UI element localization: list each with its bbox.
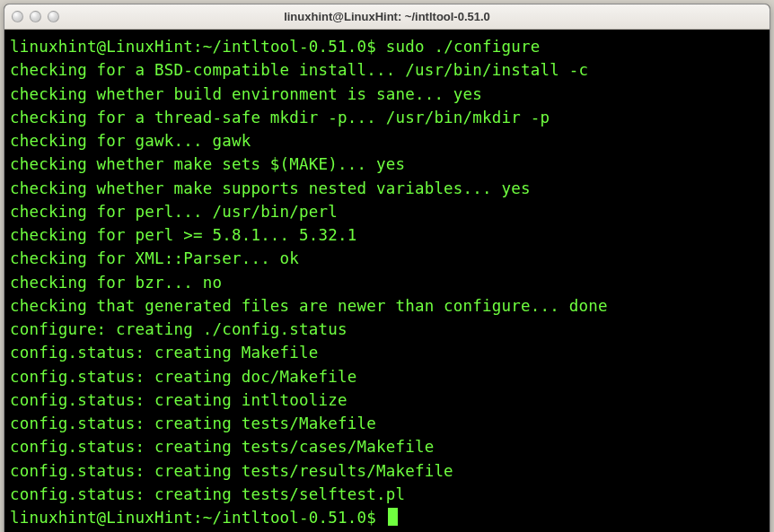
window-title: linuxhint@LinuxHint: ~/intltool-0.51.0 bbox=[4, 10, 770, 23]
prompt-userhost: linuxhint@LinuxHint bbox=[10, 509, 193, 527]
prompt-userhost: linuxhint@LinuxHint bbox=[10, 38, 193, 56]
prompt-line: linuxhint@LinuxHint:~/intltool-0.51.0$ s… bbox=[10, 35, 764, 58]
terminal-window: linuxhint@LinuxHint: ~/intltool-0.51.0 l… bbox=[4, 4, 770, 532]
output-line: config.status: creating doc/Makefile bbox=[10, 365, 764, 388]
output-line: checking whether make supports nested va… bbox=[10, 177, 764, 200]
command-text: sudo ./configure bbox=[386, 38, 541, 56]
close-icon[interactable] bbox=[12, 11, 23, 22]
prompt-sigil: $ bbox=[366, 38, 376, 56]
output-line: config.status: creating tests/results/Ma… bbox=[10, 459, 764, 483]
cursor-icon bbox=[388, 508, 398, 526]
prompt-sep: : bbox=[193, 38, 203, 56]
output-line: config.status: creating tests/selftest.p… bbox=[10, 483, 764, 506]
terminal-body[interactable]: linuxhint@LinuxHint:~/intltool-0.51.0$ s… bbox=[4, 30, 770, 532]
output-line: checking for bzr... no bbox=[10, 271, 764, 294]
output-line: checking for XML::Parser... ok bbox=[10, 247, 764, 270]
prompt-path: ~/intltool-0.51.0 bbox=[203, 38, 367, 56]
output-line: checking for perl... /usr/bin/perl bbox=[10, 200, 764, 223]
output-line: config.status: creating tests/cases/Make… bbox=[10, 435, 764, 458]
output-line: config.status: creating Makefile bbox=[10, 341, 764, 364]
output-line: checking for a BSD-compatible install...… bbox=[10, 58, 764, 82]
maximize-icon[interactable] bbox=[48, 11, 59, 22]
minimize-icon[interactable] bbox=[30, 11, 41, 22]
prompt-sigil: $ bbox=[366, 509, 376, 527]
prompt-path: ~/intltool-0.51.0 bbox=[203, 509, 367, 527]
output-line: checking that generated files are newer … bbox=[10, 294, 764, 318]
output-line: checking for perl >= 5.8.1... 5.32.1 bbox=[10, 223, 764, 247]
output-line: checking whether make sets $(MAKE)... ye… bbox=[10, 153, 764, 176]
output-line: configure: creating ./config.status bbox=[10, 318, 764, 341]
output-line: checking whether build environment is sa… bbox=[10, 83, 764, 106]
output-line: config.status: creating intltoolize bbox=[10, 388, 764, 412]
prompt-sep: : bbox=[193, 509, 203, 527]
prompt-line: linuxhint@LinuxHint:~/intltool-0.51.0$ bbox=[10, 506, 764, 529]
output-line: config.status: creating tests/Makefile bbox=[10, 412, 764, 435]
window-controls bbox=[12, 11, 59, 22]
output-line: checking for gawk... gawk bbox=[10, 129, 764, 153]
titlebar: linuxhint@LinuxHint: ~/intltool-0.51.0 bbox=[4, 4, 770, 30]
output-line: checking for a thread-safe mkdir -p... /… bbox=[10, 106, 764, 129]
